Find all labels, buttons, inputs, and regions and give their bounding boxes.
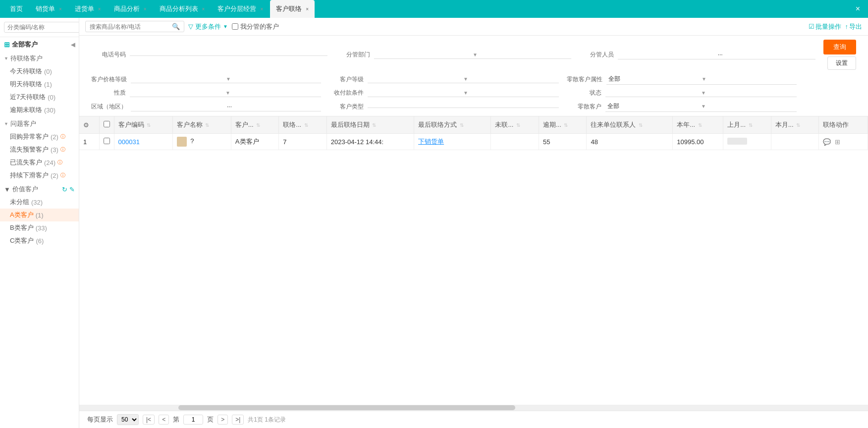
dept-arrow-icon: ▼ — [473, 52, 569, 57]
cust-type-select[interactable] — [368, 106, 559, 108]
sidebar-item-warning[interactable]: 流失预警客户 (3) ⓘ — [0, 143, 79, 156]
value-group-title[interactable]: ▼ 价值客户 ↻ ✎ — [0, 183, 79, 196]
scrollbar-thumb[interactable] — [178, 405, 515, 410]
action-col: 查询 设置 — [819, 40, 860, 70]
batch-op-btn[interactable]: ☑ 批量操作 — [809, 22, 841, 31]
nav-tab-3[interactable]: 商品分析列表 × — [154, 0, 211, 18]
col-last-method[interactable]: 最后联络方式 ⇅ — [414, 116, 491, 134]
nav-tab-1[interactable]: 进货单 × — [69, 0, 107, 18]
col-contact-count[interactable]: 联络... ⇅ — [279, 116, 326, 134]
sidebar-item-class-a[interactable]: A类客户 (1) — [0, 209, 79, 221]
col-this-month[interactable]: 本月... ⇅ — [771, 116, 818, 134]
value-tri-icon: ▼ — [4, 186, 10, 193]
sidebar-item-unclassified[interactable]: 未分组 (32) — [0, 196, 79, 209]
select-all-checkbox[interactable] — [104, 121, 110, 127]
col-overdue[interactable]: 逾期... ⇅ — [539, 116, 586, 134]
col-name[interactable]: 客户名称 ⇅ — [172, 116, 231, 134]
sidebar-item-today[interactable]: 今天待联络 (0) — [0, 65, 79, 78]
main-search-input[interactable] — [90, 23, 172, 30]
top-nav: 首页 销货单 × 进货单 × 商品分析 × 商品分析列表 × 客户分层经营 × … — [0, 0, 868, 18]
col-no-contact[interactable]: 未联... ⇅ — [491, 116, 539, 134]
sidebar-item-abnormal[interactable]: 回购异常客户 (2) ⓘ — [0, 130, 79, 143]
page-size-select[interactable]: 50 — [117, 414, 139, 425]
filter-cell-phone: 电话号码 — [87, 51, 331, 59]
close-tab-3[interactable]: × — [202, 6, 205, 12]
settings-btn[interactable]: 设置 — [827, 56, 856, 70]
pending-group-title[interactable]: ▼ 待联络客户 — [0, 52, 79, 65]
gear-icon[interactable]: ⚙ — [83, 121, 89, 129]
problem-group-title[interactable]: ▼ 问题客户 — [0, 117, 79, 130]
this-month-sort-icon: ⇅ — [796, 122, 800, 128]
message-icon[interactable]: 💬 — [823, 138, 831, 146]
cell-last-method[interactable]: 下销货单 — [414, 134, 491, 150]
cell-this-month — [771, 134, 818, 150]
horizontal-scrollbar[interactable] — [79, 405, 868, 411]
qr-icon[interactable]: ⊞ — [835, 138, 840, 146]
close-tab-4[interactable]: × — [260, 6, 263, 12]
filter-cell-status: 状态 ▼ — [563, 89, 801, 97]
all-customers-item[interactable]: ⊞ 全部客户 ◀ — [0, 37, 79, 52]
last-method-link[interactable]: 下销货单 — [418, 138, 444, 145]
close-tab-1[interactable]: × — [98, 6, 101, 12]
payment-select[interactable]: ▼ — [368, 89, 559, 97]
dept-select[interactable]: ▼ — [374, 51, 572, 59]
collapse-sidebar-icon[interactable]: ◀ — [71, 42, 75, 48]
my-customer-checkbox[interactable] — [232, 23, 238, 30]
sidebar-item-overdue[interactable]: 逾期未联络 (30) — [0, 104, 79, 116]
close-all-tabs[interactable]: × — [852, 4, 864, 13]
sidebar-search-input[interactable] — [4, 22, 79, 33]
last-page-btn[interactable]: >| — [232, 415, 244, 425]
cell-code[interactable]: 000031 — [114, 134, 172, 150]
sidebar-item-class-c[interactable]: C类客户 (6) — [0, 234, 79, 247]
filter-cell-cust-level: 客户等级 ▼ — [325, 75, 563, 84]
prev-page-btn[interactable]: < — [159, 415, 169, 425]
main-search-icon[interactable]: 🔍 — [172, 23, 180, 30]
sidebar-item-tomorrow[interactable]: 明天待联络 (1) — [0, 78, 79, 91]
nav-home[interactable]: 首页 — [4, 4, 29, 13]
overdue-sort-icon: ⇅ — [564, 122, 568, 128]
col-code[interactable]: 客户编码 ⇅ — [114, 116, 172, 134]
close-tab-5[interactable]: × — [306, 6, 309, 12]
refresh-icon[interactable]: ↻ — [62, 186, 67, 193]
next-page-btn[interactable]: > — [217, 415, 228, 425]
status-select[interactable]: ▼ — [605, 89, 797, 97]
edit-icon[interactable]: ✎ — [69, 186, 75, 193]
row-checkbox[interactable] — [104, 138, 110, 144]
price-level-select[interactable]: ▼ — [131, 75, 321, 83]
col-last-month[interactable]: 上月... ⇅ — [723, 116, 771, 134]
person-dots-icon[interactable]: ··· — [718, 51, 814, 58]
person-input[interactable]: ··· — [618, 50, 815, 59]
sidebar-item-lost[interactable]: 已流失客户 (24) ⓘ — [0, 156, 79, 169]
nav-tab-0[interactable]: 销货单 × — [30, 0, 68, 18]
batch-icon: ☑ — [809, 23, 814, 30]
nav-tab-5[interactable]: 客户联络 × — [270, 0, 315, 18]
close-tab-0[interactable]: × — [59, 6, 62, 12]
region-dots-icon[interactable]: ··· — [227, 103, 319, 110]
page-label: 页 — [207, 415, 214, 424]
scatter-attr-select[interactable]: 全部 ▼ — [606, 74, 797, 85]
filter-cell-dept: 分管部门 ▼ — [331, 51, 576, 59]
first-page-btn[interactable]: |< — [143, 415, 155, 425]
export-btn[interactable]: ↑ 导出 — [845, 22, 863, 31]
nav-tab-2[interactable]: 商品分析 × — [108, 0, 153, 18]
filter-row-1: 电话号码 分管部门 ▼ 分管人员 ··· — [87, 40, 860, 70]
query-btn[interactable]: 查询 — [823, 40, 856, 54]
sidebar-item-7days[interactable]: 近7天待联络 (0) — [0, 91, 79, 104]
col-contact-person[interactable]: 往来单位联系人 ⇅ — [587, 116, 673, 134]
page-number-input[interactable] — [183, 415, 203, 425]
nature-select[interactable]: ▼ — [130, 89, 321, 97]
region-select[interactable]: ··· — [131, 102, 321, 111]
sidebar-item-declining[interactable]: 持续下滑客户 (2) ⓘ — [0, 169, 79, 182]
scatter-cust-select[interactable]: 全部 ▼ — [605, 101, 797, 112]
col-level[interactable]: 客户... ⇅ — [231, 116, 278, 134]
col-last-date[interactable]: 最后联络日期 ⇅ — [326, 116, 414, 134]
sidebar-item-class-b[interactable]: B类客户 (33) — [0, 221, 79, 234]
main-content: 🔍 ▽ 更多条件 ▼ 我分管的客户 ☑ 批量操作 ↑ 导出 — [79, 18, 868, 428]
filter-more-btn[interactable]: ▽ 更多条件 ▼ — [188, 22, 228, 31]
close-tab-2[interactable]: × — [144, 6, 147, 12]
nav-tab-4[interactable]: 客户分层经营 × — [212, 0, 269, 18]
col-this-year[interactable]: 本年... ⇅ — [673, 116, 723, 134]
cust-level-select[interactable]: ▼ — [368, 75, 559, 83]
price-level-label: 客户价格等级 — [91, 75, 127, 84]
phone-input[interactable] — [130, 54, 327, 56]
